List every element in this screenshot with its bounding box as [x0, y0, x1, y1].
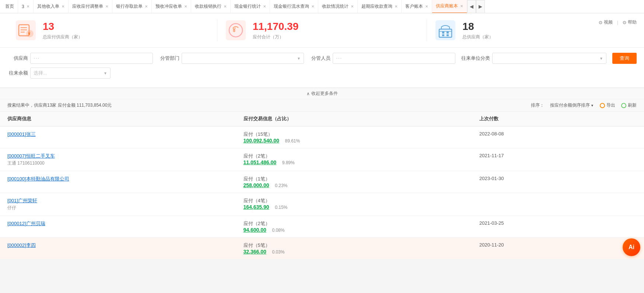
- close-icon[interactable]: ✕: [311, 4, 314, 8]
- svg-rect-12: [442, 31, 444, 34]
- sort-select[interactable]: 按应付余额倒序排序 ▼: [550, 102, 594, 108]
- nav-tab-bank[interactable]: 银行存取款单 ✕: [112, 0, 152, 13]
- tx-amount[interactable]: 100,092,540.00: [244, 138, 279, 144]
- chevron-up-icon: ∧: [307, 91, 310, 96]
- supplier-info-cell: [000012]广州贝瑞: [7, 220, 244, 227]
- query-button[interactable]: 查询: [612, 53, 637, 64]
- supplier-link[interactable]: [000007]恒旺二手叉车: [7, 153, 244, 159]
- close-icon[interactable]: ✕: [27, 4, 29, 8]
- col-header-supplier: 供应商信息: [7, 116, 244, 122]
- summary-section: ¥ 13 总应付供应商（家） ¥ 11,170.39 应付合计（万）: [0, 13, 644, 48]
- nav-tab-overdue[interactable]: 超期应收款查询 ✕: [358, 0, 402, 13]
- nav-tab-supplier-ledger[interactable]: 供应商账本 ✕: [432, 0, 467, 13]
- svg-text:¥: ¥: [28, 31, 31, 36]
- close-icon[interactable]: ✕: [105, 4, 108, 8]
- supplier-link[interactable]: [000100]本特勤油品有限公司: [7, 176, 244, 182]
- tx-label: 应付（15笔）: [244, 131, 480, 138]
- summary-info-2: 11,170.39 应付合计（万）: [253, 20, 299, 41]
- nav-tab-cash-flow[interactable]: 现金银行流水查询 ✕: [270, 0, 318, 13]
- close-icon[interactable]: ✕: [263, 4, 266, 8]
- supplier-link[interactable]: [000012]广州贝瑞: [7, 220, 244, 227]
- close-icon[interactable]: ✕: [62, 4, 64, 8]
- close-icon[interactable]: ✕: [460, 4, 463, 8]
- svg-text:¥: ¥: [232, 27, 236, 33]
- chevron-down-icon: ▼: [591, 104, 594, 107]
- last-payment-cell: 2023-01-30: [479, 176, 637, 181]
- nav-tab-home[interactable]: 首页: [1, 0, 18, 13]
- close-icon[interactable]: ✕: [351, 4, 354, 8]
- payable-suppliers-icon: ¥: [15, 19, 37, 41]
- tx-pct: 0.15%: [275, 205, 287, 210]
- top-nav: 首页 3 ✕ 其他收入单 ✕ 应收应付调整单 ✕ 银行存取款单 ✕ 预收冲应收单…: [0, 0, 644, 13]
- col-header-transaction: 应付交易信息（占比）: [244, 116, 480, 122]
- chevron-down-icon: ▼: [104, 71, 107, 75]
- tx-amount[interactable]: 11,051,486.00: [244, 159, 277, 165]
- last-payment-date: 2021-03-25: [479, 220, 504, 226]
- close-icon[interactable]: ✕: [395, 4, 398, 8]
- nav-tab-customer-ledger[interactable]: 客户账本 ✕: [402, 0, 432, 13]
- result-summary-text: 搜索结果中，供应商13家 应付金额 111,703,854.00元: [7, 102, 112, 108]
- close-icon[interactable]: ✕: [184, 4, 187, 8]
- table-row: [000012]广州贝瑞 应付（2笔） 94,600.00 0.08% 2021…: [0, 216, 644, 238]
- table-header: 供应商信息 应付交易信息（占比） 上次付数: [0, 112, 644, 127]
- nav-tab-advance[interactable]: 预收冲应收单 ✕: [152, 0, 191, 13]
- tx-amount[interactable]: 94,600.00: [244, 227, 266, 233]
- nav-tab-collection[interactable]: 收款核销执行 ✕: [191, 0, 231, 13]
- nav-next-arrow[interactable]: ▶: [476, 0, 485, 13]
- supplier-info-cell: [000001]张三: [7, 131, 244, 138]
- transaction-cell: 应付（2笔） 11,051,486.00 9.89%: [244, 153, 480, 165]
- svg-rect-13: [447, 31, 449, 34]
- close-icon[interactable]: ✕: [425, 4, 428, 8]
- nav-tab-cash-stat[interactable]: 现金银行统计 ✕: [231, 0, 270, 13]
- col-header-last-payment: 上次付数: [479, 116, 637, 122]
- nav-tab-payment-stat[interactable]: 收款情况统计 ✕: [318, 0, 358, 13]
- collapse-bar[interactable]: ∧ 收起更多条件: [0, 88, 644, 99]
- balance-input[interactable]: 选择... ▼: [30, 68, 111, 79]
- person-input[interactable]: ···: [333, 53, 455, 64]
- summary-card-payable-suppliers: ¥ 13 总应付供应商（家）: [7, 19, 217, 41]
- tx-amount[interactable]: 258,000.00: [244, 182, 269, 188]
- tx-pct: 0.03%: [272, 249, 284, 255]
- refresh-icon: [621, 103, 626, 108]
- supplier-sub: 仔仔: [7, 205, 244, 211]
- category-input[interactable]: ▼: [492, 53, 607, 64]
- tx-amount[interactable]: 164,635.90: [244, 204, 269, 210]
- supplier-info-cell: [000002]李四: [7, 242, 244, 249]
- transaction-cell: 应付（15笔） 100,092,540.00 89.61%: [244, 131, 480, 144]
- dept-input[interactable]: ▼: [182, 53, 304, 64]
- supplier-info-cell: [000100]本特勤油品有限公司: [7, 176, 244, 182]
- nav-tab-3[interactable]: 3 ✕: [18, 0, 34, 13]
- summary-info-1: 13 总应付供应商（家）: [43, 20, 83, 41]
- table-row: [000001]张三 应付（15笔） 100,092,540.00 89.61%…: [0, 127, 644, 148]
- close-icon[interactable]: ✕: [145, 4, 148, 8]
- transaction-cell: 应付（4笔） 164,635.90 0.15%: [244, 197, 480, 210]
- supplier-input[interactable]: ···: [30, 53, 153, 64]
- tx-amount[interactable]: 32,366.00: [244, 249, 266, 255]
- supplier-link[interactable]: [001]广州荣轩: [7, 197, 244, 204]
- filter-row-1: 供应商 ··· 分管部门 ▼ 分管人员 ··· 往来单位分类 ▼ 查询: [7, 53, 637, 64]
- last-payment-cell: 2021-11-17: [479, 153, 637, 158]
- close-icon[interactable]: ✕: [224, 4, 227, 8]
- transaction-cell: 应付（1笔） 258,000.00 0.23%: [244, 176, 480, 188]
- help-icon: ⊙: [623, 20, 626, 25]
- help-link[interactable]: ⊙ 帮助: [623, 19, 637, 25]
- tx-pct: 9.89%: [282, 160, 295, 165]
- supplier-sub: 王通 17106110000: [7, 160, 244, 166]
- nav-tab-adjust[interactable]: 应收应付调整单 ✕: [69, 0, 112, 13]
- tx-pct: 0.23%: [275, 183, 287, 188]
- last-payment-date: 2020-11-20: [479, 242, 504, 248]
- nav-prev-arrow[interactable]: ◀: [467, 0, 476, 13]
- supplier-link[interactable]: [000001]张三: [7, 131, 244, 138]
- result-actions: 排序： 按应付余额倒序排序 ▼ 导出 刷新: [531, 102, 637, 108]
- svg-rect-15: [447, 34, 449, 36]
- filter-dept: 分管部门 ▼: [159, 53, 304, 64]
- supplier-link[interactable]: [000002]李四: [7, 242, 244, 249]
- refresh-button[interactable]: 刷新: [621, 102, 637, 108]
- nav-tab-other-income[interactable]: 其他收入单 ✕: [34, 0, 69, 13]
- tx-label: 应付（5笔）: [244, 242, 480, 249]
- table-row: [000100]本特勤油品有限公司 应付（1笔） 258,000.00 0.23…: [0, 171, 644, 193]
- ai-button[interactable]: Ai: [623, 238, 640, 256]
- export-button[interactable]: 导出: [600, 102, 615, 108]
- total-suppliers-icon: [434, 19, 456, 41]
- video-link[interactable]: ⊙ 视频: [599, 19, 613, 25]
